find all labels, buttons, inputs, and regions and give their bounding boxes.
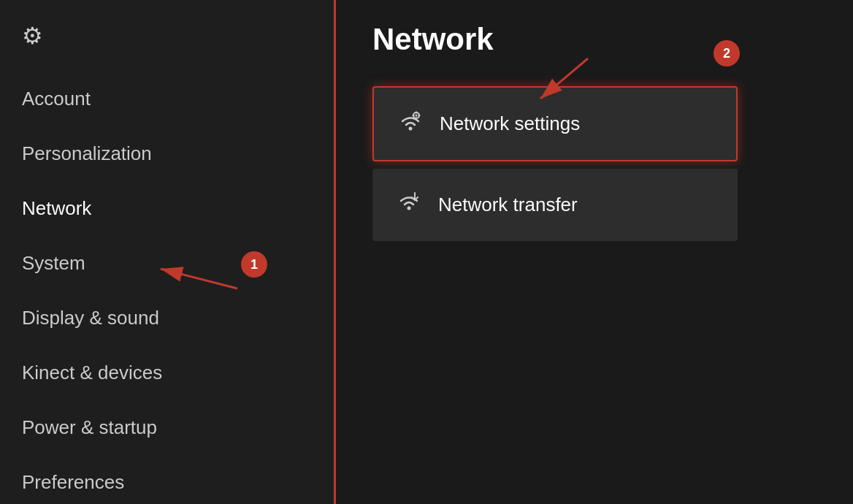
svg-point-0	[409, 127, 413, 131]
svg-point-2	[416, 115, 418, 117]
sidebar: ⚙ Account Personalization Network System…	[0, 0, 336, 504]
page-title: Network	[372, 22, 816, 57]
sidebar-item-personalization[interactable]: Personalization	[0, 126, 336, 181]
sidebar-item-kinect-devices[interactable]: Kinect & devices	[0, 345, 336, 400]
main-content: Network Network setti	[336, 0, 853, 504]
sidebar-item-label: Power & startup	[22, 416, 157, 438]
annotation-badge-2: 2	[714, 40, 740, 66]
sidebar-item-label: Account	[22, 88, 91, 110]
sidebar-item-label: Preferences	[22, 471, 124, 493]
sidebar-item-power-startup[interactable]: Power & startup	[0, 400, 336, 455]
wifi-transfer-icon	[394, 189, 424, 221]
sidebar-item-label: Display & sound	[22, 307, 159, 329]
network-transfer-label: Network transfer	[438, 194, 578, 216]
sidebar-item-label: Network	[22, 197, 91, 219]
sidebar-item-preferences[interactable]: Preferences	[0, 455, 336, 504]
settings-list: Network settings Network transfer	[372, 86, 738, 241]
network-settings-label: Network settings	[440, 112, 580, 135]
sidebar-item-label: System	[22, 252, 85, 274]
sidebar-navigation: Account Personalization Network System D…	[0, 72, 336, 504]
network-transfer-item[interactable]: Network transfer	[372, 169, 738, 241]
annotations-overlay	[336, 0, 853, 504]
wifi-settings-icon	[396, 108, 425, 140]
sidebar-item-account[interactable]: Account	[0, 72, 336, 126]
sidebar-item-display-sound[interactable]: Display & sound	[0, 291, 336, 345]
svg-point-7	[408, 207, 411, 210]
network-settings-item[interactable]: Network settings	[372, 86, 738, 161]
sidebar-item-label: Personalization	[22, 142, 152, 164]
sidebar-item-label: Kinect & devices	[22, 362, 162, 383]
sidebar-item-system[interactable]: System	[0, 236, 336, 291]
annotation-badge-1: 1	[241, 251, 267, 278]
sidebar-item-network[interactable]: Network	[0, 181, 336, 236]
gear-icon: ⚙	[22, 23, 43, 49]
sidebar-gear-area: ⚙	[0, 15, 336, 72]
